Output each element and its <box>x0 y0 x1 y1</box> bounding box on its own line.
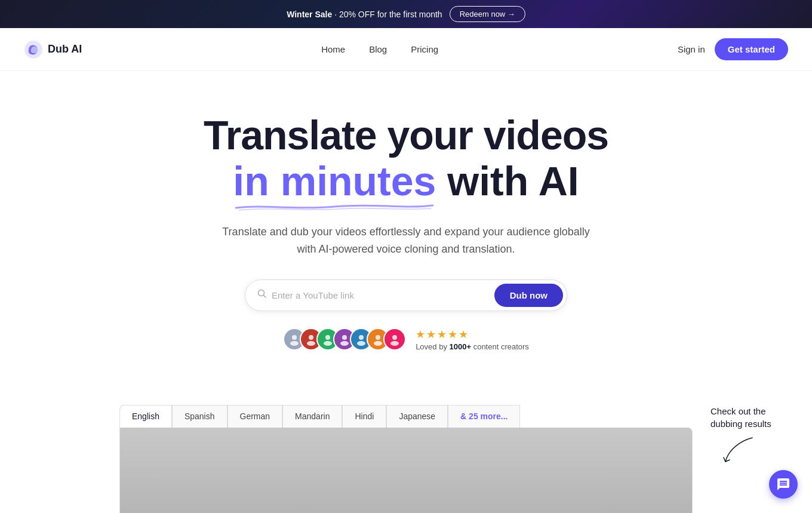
logo-text: Dub AI <box>48 43 82 56</box>
tab-mandarin[interactable]: Mandarin <box>282 405 342 428</box>
svg-point-14 <box>392 335 397 340</box>
nav-actions: Sign in Get started <box>678 38 788 60</box>
svg-point-5 <box>307 341 315 346</box>
hero-title: Translate your videos in minutes with AI <box>90 113 722 204</box>
annotation: Check out the dubbing results <box>710 405 812 465</box>
svg-point-15 <box>390 341 399 346</box>
user-count: 1000+ <box>450 342 472 351</box>
annotation-text: Check out the dubbing results <box>710 405 812 430</box>
svg-point-9 <box>340 341 349 346</box>
proof-text: ★★★★★ Loved by 1000+ content creators <box>416 328 529 351</box>
get-started-button[interactable]: Get started <box>715 38 788 60</box>
svg-point-2 <box>292 335 297 340</box>
tab-spanish[interactable]: Spanish <box>172 405 227 428</box>
hero-title-line1: Translate your videos <box>204 112 608 158</box>
tab-german[interactable]: German <box>227 405 283 428</box>
svg-point-12 <box>376 335 380 340</box>
nav-links: Home Blog Pricing <box>321 44 438 55</box>
tab-english[interactable]: English <box>119 405 172 428</box>
in-minutes-text: in minutes <box>233 158 436 204</box>
banner-message: Winter Sale · 20% OFF for the first mont… <box>287 10 442 19</box>
svg-point-4 <box>309 335 313 340</box>
discount-text: 20% OFF for the first month <box>339 10 442 19</box>
logo-icon <box>24 40 43 59</box>
annotation-arrow <box>710 435 812 465</box>
promo-banner: Winter Sale · 20% OFF for the first mont… <box>0 0 812 28</box>
nav-item-blog[interactable]: Blog <box>369 44 387 54</box>
video-placeholder <box>120 428 692 513</box>
demo-video-player <box>119 428 693 513</box>
nav-item-pricing[interactable]: Pricing <box>411 44 438 54</box>
redeem-button[interactable]: Redeem now → <box>450 6 525 22</box>
chat-support-button[interactable] <box>769 470 798 499</box>
logo[interactable]: Dub AI <box>24 40 82 59</box>
search-icon <box>257 289 267 301</box>
svg-point-7 <box>324 341 332 346</box>
tab-japanese[interactable]: Japanese <box>386 405 448 428</box>
tab-more[interactable]: & 25 more... <box>448 405 520 428</box>
underline-decoration <box>233 201 436 211</box>
proof-label: Loved by 1000+ content creators <box>416 342 529 351</box>
tab-hindi[interactable]: Hindi <box>342 405 386 428</box>
language-tabs: English Spanish German Mandarin Hindi Ja… <box>119 405 693 428</box>
svg-point-3 <box>290 341 299 346</box>
star-rating: ★★★★★ <box>416 328 469 341</box>
main-nav: Dub AI Home Blog Pricing Sign in Get sta… <box>0 28 812 71</box>
svg-point-6 <box>325 335 330 340</box>
avatar <box>383 328 406 351</box>
dub-now-button[interactable]: Dub now <box>494 284 563 307</box>
svg-point-10 <box>359 335 364 340</box>
chat-icon <box>776 477 791 492</box>
svg-point-13 <box>374 341 382 346</box>
hero-section: Translate your videos in minutes with AI… <box>78 71 734 375</box>
with-ai-text: with AI <box>447 158 579 204</box>
hero-subtitle: Translate and dub your videos effortless… <box>221 223 591 258</box>
sale-label: Winter Sale <box>287 10 332 19</box>
svg-point-8 <box>342 335 347 340</box>
youtube-link-input[interactable] <box>272 290 494 300</box>
avatar-group <box>283 328 406 351</box>
demo-section: Check out the dubbing results English Sp… <box>107 405 705 513</box>
nav-item-home[interactable]: Home <box>321 44 345 54</box>
youtube-input-bar: Dub now <box>245 279 567 311</box>
svg-point-11 <box>357 341 365 346</box>
sign-in-button[interactable]: Sign in <box>678 44 705 54</box>
social-proof: ★★★★★ Loved by 1000+ content creators <box>90 328 722 351</box>
